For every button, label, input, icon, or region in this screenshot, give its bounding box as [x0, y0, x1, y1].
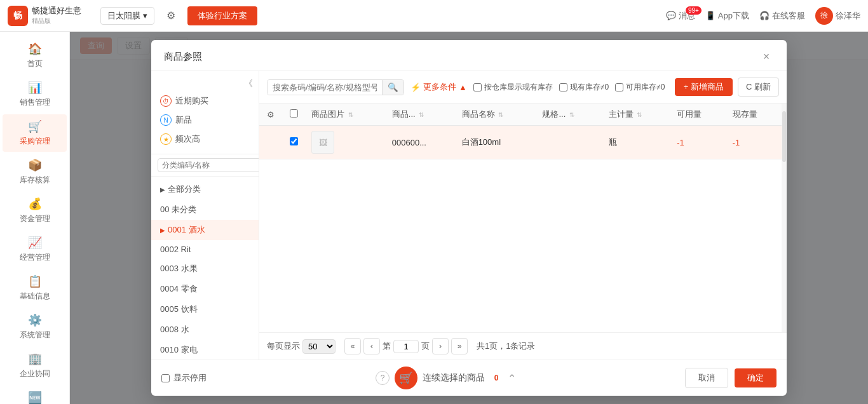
frequent-tab[interactable]: ★ 频次高 — [151, 130, 259, 149]
new-product-tab[interactable]: N 新品 — [151, 111, 259, 130]
cart-button[interactable]: 🛒 — [395, 367, 417, 389]
stock-checkbox-input[interactable] — [559, 83, 567, 91]
cancel-button[interactable]: 取消 — [685, 368, 728, 388]
collapse-left-icon[interactable]: 《 — [242, 77, 255, 90]
confirm-button[interactable]: 确定 — [735, 368, 776, 387]
experience-button[interactable]: 体验行业方案 — [187, 6, 257, 25]
sort-icon-spec[interactable]: ⇅ — [569, 111, 574, 118]
product-search-input[interactable] — [268, 80, 382, 95]
sidebar-label-sales: 销售管理 — [20, 97, 50, 108]
table-row[interactable]: 🖼 000600... 白酒100ml — [259, 126, 782, 159]
page-input[interactable] — [393, 340, 419, 353]
row-select-checkbox[interactable] — [290, 137, 298, 145]
row-checkbox-cell[interactable] — [282, 126, 305, 159]
recent-purchase-tab[interactable]: ⏱ 近期购买 — [151, 91, 259, 111]
category-label-0005: 0005 饮料 — [160, 304, 198, 315]
phone-icon: 📱 — [705, 11, 715, 20]
messages-button[interactable]: 💬 消息 99+ — [666, 10, 695, 22]
category-item-0008[interactable]: 0008 水 — [151, 320, 259, 340]
filter-available-checkbox[interactable]: 可用库存≠0 — [615, 82, 665, 93]
stock-checkbox-label: 现有库存≠0 — [570, 82, 609, 93]
product-search-button[interactable]: 🔍 — [382, 80, 403, 95]
sort-icon-name[interactable]: ⇅ — [498, 111, 503, 118]
category-item-0010[interactable]: 0010 家电 — [151, 340, 259, 360]
category-label-0002: 0002 Rit — [160, 245, 191, 254]
category-item-0004[interactable]: 0004 零食 — [151, 279, 259, 299]
filter-warehouse-checkbox[interactable]: 按仓库显示现有库存 — [473, 82, 553, 93]
online-service-button[interactable]: 🎧 在线客服 — [759, 10, 805, 22]
app-download-label: App下载 — [718, 10, 749, 22]
sort-icon-code[interactable]: ⇅ — [419, 111, 424, 118]
sidebar-item-guide[interactable]: 🆕 新手引导 — [3, 386, 67, 404]
table-scroll-area[interactable]: ⚙ 商品图片 ⇅ — [259, 104, 782, 332]
product-table-container: ⚙ 商品图片 ⇅ — [259, 104, 787, 332]
sidebar-item-enterprise[interactable]: 🏢 企业协同 — [3, 347, 67, 384]
row-name: 白酒100ml — [462, 137, 501, 147]
modal-footer: 显示停用 ? 🛒 连续选择的商品 0 ⌃ 取消 确定 — [151, 360, 787, 396]
last-page-button[interactable]: » — [451, 338, 468, 354]
sidebar-item-inventory[interactable]: 📦 库存核算 — [3, 153, 67, 191]
avatar: 徐 — [815, 7, 833, 25]
branch-name: 日太阳膜 — [107, 10, 140, 22]
th-settings[interactable]: ⚙ — [259, 104, 282, 126]
sort-icon-image[interactable]: ⇅ — [348, 111, 353, 118]
more-filter-button[interactable]: ⚡ 更多条件 ▲ — [410, 81, 467, 93]
row-code-cell: 000600... — [386, 126, 456, 159]
page-navigation: « ‹ 第 页 › » — [344, 338, 468, 354]
sidebar-item-operation[interactable]: 📈 经营管理 — [3, 231, 67, 268]
next-page-button[interactable]: › — [432, 338, 449, 354]
sidebar-item-home[interactable]: 🏠 首页 — [3, 37, 67, 74]
warehouse-checkbox-input[interactable] — [473, 83, 482, 91]
app-download-button[interactable]: 📱 App下载 — [705, 10, 749, 22]
row-available-cell: -1 — [670, 126, 726, 159]
cart-icon: 🛒 — [399, 371, 413, 385]
settings-button[interactable]: ⚙ — [161, 6, 181, 26]
arrow-icon: ▶ — [160, 186, 165, 193]
sort-icon-unit[interactable]: ⇅ — [637, 111, 642, 118]
category-search-input[interactable] — [158, 158, 259, 172]
row-image-cell: 🖼 — [305, 126, 386, 159]
category-item-0003[interactable]: 0003 水果 — [151, 259, 259, 279]
filter-stock-checkbox[interactable]: 现有库存≠0 — [559, 82, 609, 93]
category-item-0002[interactable]: 0002 Rit — [151, 240, 259, 259]
sidebar-label-home: 首页 — [27, 58, 43, 69]
collapse-footer-icon[interactable]: ⌃ — [508, 372, 516, 384]
basic-icon: 📋 — [28, 274, 42, 288]
sidebar-item-basic[interactable]: 📋 基础信息 — [3, 269, 67, 307]
sidebar-item-finance[interactable]: 💰 资金管理 — [3, 192, 67, 229]
category-label-all: 全部分类 — [168, 184, 201, 195]
footer-middle: ? 🛒 连续选择的商品 0 ⌃ — [376, 367, 516, 389]
branch-selector[interactable]: 日太阳膜 ▾ — [100, 7, 154, 25]
first-page-button[interactable]: « — [344, 338, 361, 354]
product-reference-modal: 商品参照 × 《 ⏱ 近期购买 — [151, 40, 787, 396]
sidebar-item-sales[interactable]: 📊 销售管理 — [3, 76, 67, 113]
th-code: 商品... ⇅ — [386, 104, 456, 126]
select-all-checkbox[interactable] — [290, 109, 298, 118]
finance-icon: 💰 — [28, 197, 42, 211]
prev-page-button[interactable]: ‹ — [363, 338, 380, 354]
th-image-label: 商品图片 — [311, 109, 344, 119]
add-product-button[interactable]: + 新增商品 — [675, 78, 733, 96]
sidebar-item-purchase[interactable]: 🛒 采购管理 — [3, 114, 67, 152]
category-item-00[interactable]: 00 未分类 — [151, 199, 259, 220]
available-checkbox-input[interactable] — [615, 83, 623, 91]
system-icon: ⚙️ — [28, 313, 42, 327]
row-stock: -1 — [733, 138, 740, 147]
new-icon: N — [160, 114, 172, 126]
category-item-0005[interactable]: 0005 饮料 — [151, 299, 259, 320]
category-item-0001[interactable]: ▶ 0001 酒水 — [151, 220, 259, 240]
show-disabled-input[interactable] — [161, 374, 170, 382]
help-icon[interactable]: ? — [376, 371, 390, 385]
category-search-bar: 🔍 — [151, 154, 259, 177]
show-disabled-checkbox[interactable]: 显示停用 — [161, 372, 207, 384]
user-profile[interactable]: 徐 徐泽华 — [815, 7, 860, 25]
category-item-all[interactable]: ▶ 全部分类 — [151, 179, 259, 199]
table-scrollbar[interactable] — [782, 104, 787, 332]
refresh-button[interactable]: C 刷新 — [738, 77, 779, 97]
modal-close-button[interactable]: × — [759, 49, 774, 64]
page-size-select[interactable]: 10 20 50 100 — [302, 339, 336, 354]
logo-text-block: 畅捷通好生意 精品版 — [32, 6, 81, 25]
sidebar-item-system[interactable]: ⚙️ 系统管理 — [3, 308, 67, 346]
sidebar-label-operation: 经营管理 — [20, 252, 50, 263]
new-label: 新品 — [175, 114, 192, 126]
